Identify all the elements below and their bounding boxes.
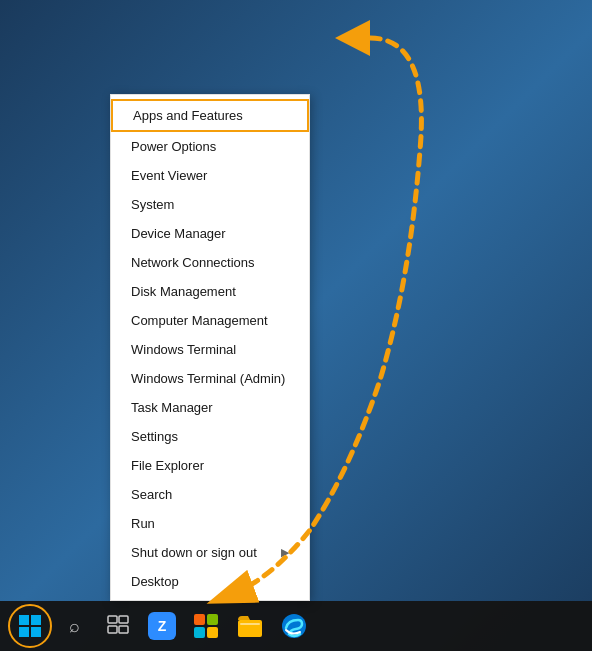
- svg-rect-8: [119, 626, 128, 633]
- taskbar-store-button[interactable]: [186, 606, 226, 646]
- desktop: Apps and FeaturesPower OptionsEvent View…: [0, 0, 592, 651]
- menu-item-label-windows-terminal-admin: Windows Terminal (Admin): [131, 371, 285, 386]
- svg-rect-9: [194, 614, 205, 625]
- menu-item-label-windows-terminal: Windows Terminal: [131, 342, 236, 357]
- edge-icon: [280, 612, 308, 640]
- menu-item-computer-management[interactable]: Computer Management: [111, 306, 309, 335]
- zoom-icon: Z: [148, 612, 176, 640]
- start-button-circle: [8, 604, 52, 648]
- menu-item-run[interactable]: Run: [111, 509, 309, 538]
- menu-item-event-viewer[interactable]: Event Viewer: [111, 161, 309, 190]
- menu-item-file-explorer[interactable]: File Explorer: [111, 451, 309, 480]
- menu-item-label-disk-management: Disk Management: [131, 284, 236, 299]
- menu-item-search[interactable]: Search: [111, 480, 309, 509]
- taskbar-edge-button[interactable]: [274, 606, 314, 646]
- menu-item-label-apps-features: Apps and Features: [133, 108, 243, 123]
- svg-rect-14: [240, 623, 260, 625]
- context-menu: Apps and FeaturesPower OptionsEvent View…: [110, 94, 310, 601]
- menu-item-windows-terminal-admin[interactable]: Windows Terminal (Admin): [111, 364, 309, 393]
- search-icon: ⌕: [69, 616, 80, 637]
- arrow-tip: [335, 20, 370, 56]
- explorer-icon: [236, 612, 264, 640]
- menu-item-label-power-options: Power Options: [131, 139, 216, 154]
- svg-rect-11: [194, 627, 205, 638]
- menu-item-shut-down[interactable]: Shut down or sign out▶: [111, 538, 309, 567]
- svg-rect-10: [207, 614, 218, 625]
- menu-item-system[interactable]: System: [111, 190, 309, 219]
- menu-item-windows-terminal[interactable]: Windows Terminal: [111, 335, 309, 364]
- svg-rect-6: [119, 616, 128, 623]
- menu-item-power-options[interactable]: Power Options: [111, 132, 309, 161]
- menu-item-label-computer-management: Computer Management: [131, 313, 268, 328]
- menu-item-label-task-manager: Task Manager: [131, 400, 213, 415]
- svg-rect-12: [207, 627, 218, 638]
- menu-item-label-run: Run: [131, 516, 155, 531]
- menu-item-label-shut-down: Shut down or sign out: [131, 545, 257, 560]
- menu-item-label-device-manager: Device Manager: [131, 226, 226, 241]
- menu-item-network-connections[interactable]: Network Connections: [111, 248, 309, 277]
- menu-item-apps-features[interactable]: Apps and Features: [111, 99, 309, 132]
- taskbar-taskview-button[interactable]: [98, 606, 138, 646]
- taskbar-zoom-button[interactable]: Z: [142, 606, 182, 646]
- svg-rect-5: [108, 616, 117, 623]
- menu-item-settings[interactable]: Settings: [111, 422, 309, 451]
- menu-item-label-system: System: [131, 197, 174, 212]
- menu-item-desktop[interactable]: Desktop: [111, 567, 309, 596]
- menu-item-task-manager[interactable]: Task Manager: [111, 393, 309, 422]
- store-icon: [192, 612, 220, 640]
- task-view-icon: [107, 615, 129, 637]
- submenu-chevron-icon: ▶: [281, 546, 289, 559]
- taskbar-explorer-button[interactable]: [230, 606, 270, 646]
- menu-item-disk-management[interactable]: Disk Management: [111, 277, 309, 306]
- start-button[interactable]: [10, 606, 50, 646]
- menu-item-label-settings: Settings: [131, 429, 178, 444]
- menu-item-label-event-viewer: Event Viewer: [131, 168, 207, 183]
- menu-item-label-network-connections: Network Connections: [131, 255, 255, 270]
- taskbar: ⌕ Z: [0, 601, 592, 651]
- taskbar-search-button[interactable]: ⌕: [54, 606, 94, 646]
- svg-rect-7: [108, 626, 117, 633]
- menu-item-label-desktop: Desktop: [131, 574, 179, 589]
- menu-item-label-search: Search: [131, 487, 172, 502]
- svg-rect-13: [238, 620, 262, 637]
- menu-item-device-manager[interactable]: Device Manager: [111, 219, 309, 248]
- menu-item-label-file-explorer: File Explorer: [131, 458, 204, 473]
